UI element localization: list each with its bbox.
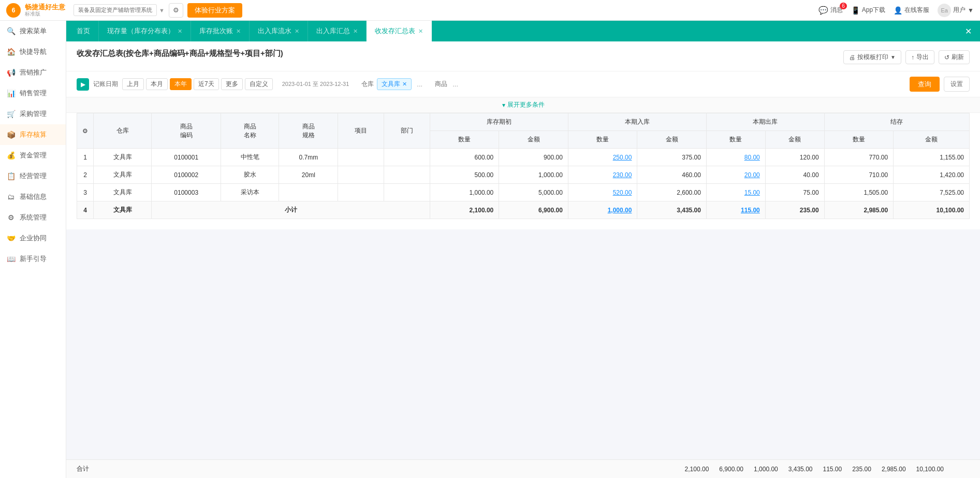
- settings-button[interactable]: ⚙: [169, 3, 183, 18]
- close-all-tabs-button[interactable]: ✕: [965, 26, 972, 36]
- sidebar-icon-inventory: 📦: [6, 130, 16, 139]
- cell-in-amt: 2,600.00: [637, 184, 707, 201]
- sidebar-icon-operations: 📋: [6, 171, 16, 181]
- th-department: 部门: [384, 113, 430, 149]
- cell-no: 1: [77, 149, 94, 166]
- app-download-button[interactable]: 📱 App下载: [851, 6, 885, 15]
- th-in-qty: 数量: [568, 131, 637, 149]
- cell-project: [338, 149, 384, 166]
- tab-stock-dist[interactable]: 现存量（库存分布表）✕: [99, 21, 191, 41]
- print-icon: 🖨: [849, 54, 855, 61]
- col-settings[interactable]: ⚙: [77, 113, 94, 149]
- sidebar-item-quick-nav[interactable]: 🏠 快捷导航: [0, 41, 66, 62]
- sidebar-item-purchase[interactable]: 🛒 采购管理: [0, 104, 66, 124]
- system-dropdown-icon[interactable]: ▼: [159, 7, 165, 13]
- cell-out-qty[interactable]: 20.00: [706, 166, 765, 184]
- tab-label-batch: 库存批次账: [199, 26, 233, 36]
- sidebar-label-quick-nav: 快捷导航: [20, 47, 47, 56]
- date-btn-more[interactable]: 更多: [221, 78, 243, 90]
- date-btn-7days[interactable]: 近7天: [194, 78, 219, 90]
- sidebar-item-search[interactable]: 🔍 搜索菜单: [0, 21, 66, 41]
- sidebar-item-guide[interactable]: 📖 新手引导: [0, 249, 66, 269]
- total-opening-amt: 6,900.00: [714, 466, 749, 473]
- subtotal-in-qty[interactable]: 1,000.00: [568, 201, 637, 219]
- th-spec: 商品规格: [279, 113, 338, 149]
- tab-flow[interactable]: 出入库流水✕: [250, 21, 308, 41]
- cell-out-amt: 75.00: [765, 184, 824, 201]
- tab-close-batch[interactable]: ✕: [236, 28, 241, 35]
- sidebar-item-inventory[interactable]: 📦 库存核算: [0, 124, 66, 145]
- query-button[interactable]: 查询: [910, 77, 940, 92]
- sidebar-icon-cooperation: 🤝: [6, 234, 16, 243]
- online-service-button[interactable]: 👤 在线客服: [894, 6, 929, 15]
- subtotal-in-amt: 3,435.00: [637, 201, 707, 219]
- export-button[interactable]: ↑ 导出: [905, 50, 934, 64]
- tab-close-flow[interactable]: ✕: [295, 28, 299, 35]
- cell-in-qty[interactable]: 230.00: [568, 166, 637, 184]
- refresh-icon: ↺: [944, 54, 949, 61]
- brand-name: 畅捷通好生意: [25, 3, 65, 11]
- filter-settings-button[interactable]: 设置: [944, 77, 970, 92]
- cell-opening-amt: 900.00: [499, 149, 568, 166]
- cell-in-qty[interactable]: 520.00: [568, 184, 637, 201]
- tab-close-summary[interactable]: ✕: [353, 28, 358, 35]
- app-logo: 6: [6, 3, 21, 18]
- cell-out-qty[interactable]: 15.00: [706, 184, 765, 201]
- sidebar-item-sales[interactable]: 📊 销售管理: [0, 83, 66, 104]
- expand-conditions-button[interactable]: ▾ 展开更多条件: [502, 100, 545, 109]
- sidebar-item-operations[interactable]: 📋 经营管理: [0, 166, 66, 186]
- filter-toggle-button[interactable]: ▶: [77, 78, 89, 91]
- warehouse-more[interactable]: ...: [417, 80, 422, 88]
- sidebar-label-search: 搜索菜单: [20, 26, 47, 36]
- date-btn-this-year[interactable]: 本年: [170, 78, 192, 90]
- expand-icon: ▾: [502, 102, 505, 109]
- th-out-group: 本期出库: [706, 113, 824, 131]
- print-button[interactable]: 🖨 按模板打印 ▼: [843, 50, 901, 64]
- expand-conditions-bar: ▾ 展开更多条件: [66, 97, 980, 113]
- user-menu[interactable]: Ea 用户 ▼: [938, 4, 974, 17]
- tab-label-flow: 出入库流水: [258, 26, 291, 36]
- system-name: 装备及固定资产辅助管理系统: [74, 4, 157, 16]
- sidebar-item-system[interactable]: ⚙ 系统管理: [0, 207, 66, 228]
- trial-button[interactable]: 体验行业方案: [187, 3, 242, 18]
- subtotal-out-qty[interactable]: 115.00: [706, 201, 765, 219]
- sidebar-item-finance[interactable]: 💰 资金管理: [0, 145, 66, 166]
- message-button[interactable]: 💬 消息 6: [818, 6, 843, 15]
- tab-close-stock-dist[interactable]: ✕: [178, 28, 182, 35]
- page-title: 收发存汇总表(按仓库+商品编码+商品+规格型号+项目+部门): [77, 49, 283, 59]
- cell-closing-qty: 710.00: [824, 166, 894, 184]
- cell-closing-amt: 7,525.00: [894, 184, 970, 201]
- th-closing-group: 结存: [824, 113, 969, 131]
- th-opening-amt: 金额: [499, 131, 568, 149]
- cell-in-qty[interactable]: 250.00: [568, 149, 637, 166]
- sidebar-item-cooperation[interactable]: 🤝 企业协同: [0, 228, 66, 249]
- th-opening-qty: 数量: [430, 131, 499, 149]
- date-btn-custom[interactable]: 自定义: [245, 78, 273, 90]
- warehouse-tag-close[interactable]: ✕: [402, 81, 407, 88]
- cell-opening-qty: 600.00: [430, 149, 499, 166]
- sidebar-icon-quick-nav: 🏠: [6, 47, 16, 56]
- th-closing-amt: 金额: [894, 131, 970, 149]
- date-btn-last-month[interactable]: 上月: [122, 78, 144, 90]
- cell-opening-amt: 1,000.00: [499, 166, 568, 184]
- tab-receive-summary[interactable]: 收发存汇总表✕: [367, 21, 432, 41]
- date-btn-this-month[interactable]: 本月: [146, 78, 168, 90]
- warehouse-tag[interactable]: 文具库 ✕: [377, 78, 412, 90]
- table-row: 3 文具库 0100003 采访本 1,000.00 5,000.00 520.…: [77, 184, 970, 201]
- refresh-button[interactable]: ↺ 刷新: [939, 50, 970, 64]
- tab-home[interactable]: 首页: [66, 21, 99, 41]
- th-name: 商品名称: [221, 113, 279, 149]
- cell-opening-qty: 500.00: [430, 166, 499, 184]
- th-in-group: 本期入库: [568, 113, 706, 131]
- sidebar-item-marketing[interactable]: 📢 营销推广: [0, 62, 66, 83]
- sidebar-label-operations: 经营管理: [20, 171, 47, 181]
- subtotal-opening-amt: 6,900.00: [499, 201, 568, 219]
- cell-out-qty[interactable]: 80.00: [706, 149, 765, 166]
- tab-close-receive-summary[interactable]: ✕: [418, 28, 423, 35]
- tab-batch[interactable]: 库存批次账✕: [191, 21, 250, 41]
- sidebar-icon-system: ⚙: [6, 213, 16, 222]
- sidebar-item-basic[interactable]: 🗂 基础信息: [0, 186, 66, 207]
- goods-more[interactable]: ...: [452, 80, 458, 88]
- cell-in-amt: 375.00: [637, 149, 707, 166]
- tab-summary[interactable]: 出入库汇总✕: [308, 21, 367, 41]
